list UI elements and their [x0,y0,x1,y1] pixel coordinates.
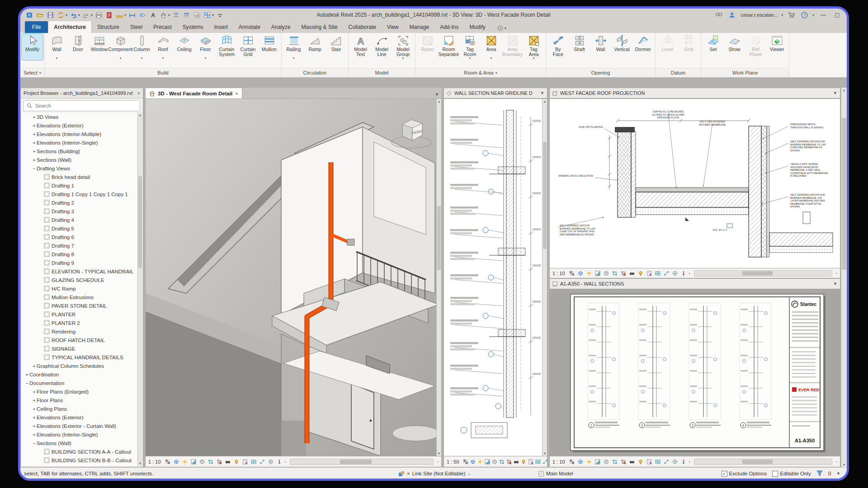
temporary-hide-icon[interactable] [629,270,636,277]
canvas-roof-projection[interactable]: SIM. B1-1-0ACM CAP FLASHINGASPHALTIC COR… [549,99,840,268]
filter-icon[interactable] [816,470,823,477]
temporary-view-properties-icon[interactable] [646,458,653,465]
chevron-down-icon[interactable]: ▼ [540,91,544,95]
tree-item[interactable]: Drafting 9 [22,258,137,267]
column-button[interactable]: Column▾ [131,34,152,60]
tree-item[interactable]: TYPICAL HANDRAIL DETAILS [22,353,137,361]
visual-style-icon[interactable] [173,458,180,465]
undo-icon[interactable] [69,10,78,19]
tree-item[interactable]: ROOF HATCH DETAIL [22,336,137,344]
shadows-icon[interactable] [594,270,601,277]
expand-icon[interactable]: + [32,415,37,420]
scroll-left-icon[interactable]: ‹ [689,460,690,464]
expand-icon[interactable]: + [24,372,29,377]
switch-windows-icon[interactable] [203,10,212,19]
viewer-button[interactable]: Viewer [766,34,788,60]
account-name[interactable]: cesar.r.escalan... [741,12,778,18]
default-3d-view-icon[interactable] [159,10,168,19]
tree-item[interactable]: +Floor Plans (Enlarged) [22,387,137,396]
render-icon[interactable] [603,270,610,277]
tree-item[interactable]: Drafting 5 [22,224,137,233]
highlight-displacement-icon[interactable] [268,458,274,465]
reveal-hidden-icon[interactable] [521,458,526,465]
link-status[interactable]: × Link Site (Not Editable) ⌄ [398,468,471,479]
tag-by-category-icon[interactable] [138,10,147,19]
crop-view-icon[interactable] [208,458,214,465]
redo-icon[interactable] [81,10,90,19]
thin-lines-icon[interactable] [182,10,191,19]
sun-path-icon[interactable] [586,270,593,277]
crop-view-icon[interactable] [612,458,618,465]
render-icon[interactable] [492,458,497,465]
close-icon[interactable]: × [235,91,238,96]
show-crop-icon[interactable] [506,458,512,465]
mullion-button[interactable]: Mullion [259,34,280,60]
crop-view-icon[interactable] [499,458,505,465]
ribbon-tab-modify[interactable]: Modify [464,21,491,33]
temporary-hide-icon[interactable] [629,458,636,465]
account-caret-icon[interactable]: ▾ [781,13,783,17]
tag-area-button[interactable]: Tag Area▾ [523,34,544,60]
show-crop-icon[interactable] [620,458,627,465]
tag-room-button[interactable]: Tag Room▾ [459,34,481,60]
reveal-hidden-icon[interactable] [637,270,644,277]
temporary-hide-icon[interactable] [225,458,231,465]
sun-path-icon[interactable] [586,458,593,465]
tree-item[interactable]: BUILDING SECTION A-A - Callout [22,447,137,456]
floor-button[interactable]: Floor▾ [195,34,216,60]
model-group-button[interactable]: Model Group▾ [392,34,414,60]
temporary-hide-icon[interactable] [514,458,519,465]
cart-icon[interactable] [787,10,796,19]
expand-icon[interactable]: + [32,398,37,403]
sun-path-icon[interactable] [182,458,189,465]
tree-item[interactable]: Drafting 3 [22,207,137,216]
ribbon-tab-view[interactable]: View [382,21,404,33]
workspace-vscroll[interactable]: ▲▼ [841,88,847,467]
horizontal-scrollbar[interactable] [694,270,832,277]
tree-item[interactable]: +Graphical Column Schedules [22,361,137,370]
ribbon-tab-collaborate[interactable]: Collaborate [343,21,382,33]
panel-caret-icon[interactable]: ▾ [39,71,41,75]
ceiling-button[interactable]: Ceiling [174,34,195,60]
show-analytical-icon[interactable] [663,458,670,465]
help-icon[interactable]: ? [800,10,809,19]
view-scale[interactable]: 1 : 10 [552,271,565,276]
tree-item[interactable]: +Sections (Building) [22,147,137,155]
ribbon-tab-precast[interactable]: Precast [148,21,177,33]
open-folder-icon[interactable] [35,10,44,19]
tree-item[interactable]: Drafting 4 [22,216,137,224]
sync-with-central-icon[interactable] [56,10,65,19]
expand-icon[interactable]: + [32,389,37,394]
worksharing-display-icon[interactable] [535,458,541,465]
roof-projection-header[interactable]: WEST FACADE ROOF PROJECTION ▼ [549,88,840,99]
show-analytical-icon[interactable] [542,458,548,465]
export-pdf-icon[interactable] [104,10,113,19]
ribbon-tab-massing-site[interactable]: Massing & Site [296,21,343,33]
sync-with-central-caret-icon[interactable]: ▾ [66,13,67,17]
measure-caret-icon[interactable]: ▾ [124,13,126,17]
room-separator-button[interactable]: Room Separator [438,34,459,60]
expand-icon[interactable]: + [32,157,37,163]
save-icon[interactable] [46,10,55,19]
area-button[interactable]: Area▾ [481,34,502,60]
tree-item[interactable]: +Elevations (Interior-Multiple) [22,130,137,138]
ramp-button[interactable]: Ramp [304,34,326,60]
ribbon-tab-add-ins[interactable]: Add-Ins [434,21,464,33]
model-line-button[interactable]: Model Line [371,34,392,60]
expand-icon[interactable]: + [32,423,37,429]
temporary-view-properties-icon[interactable] [646,270,653,277]
reveal-constraints-icon[interactable] [680,458,687,465]
view-scale[interactable]: 1 : 10 [552,459,565,465]
tree-item[interactable]: +Coordination [22,370,137,379]
curtain-grid-button[interactable]: Curtain Grid [237,34,259,60]
railing-button[interactable]: Railing▾ [283,34,304,60]
tree-item[interactable]: Drafting 8 [22,250,137,258]
expand-icon[interactable]: + [32,406,37,412]
shaft-button[interactable]: Shaft [569,34,590,60]
editable-only-checkbox[interactable]: Editable Only [772,471,811,477]
tree-item[interactable]: +Elevations (Exterior) [22,413,137,422]
collapse-icon[interactable]: − [32,166,37,171]
expand-icon[interactable]: + [32,131,37,137]
tree-item[interactable]: Brick head detail [22,173,137,181]
tree-item[interactable]: Drafting 1 [22,181,137,190]
